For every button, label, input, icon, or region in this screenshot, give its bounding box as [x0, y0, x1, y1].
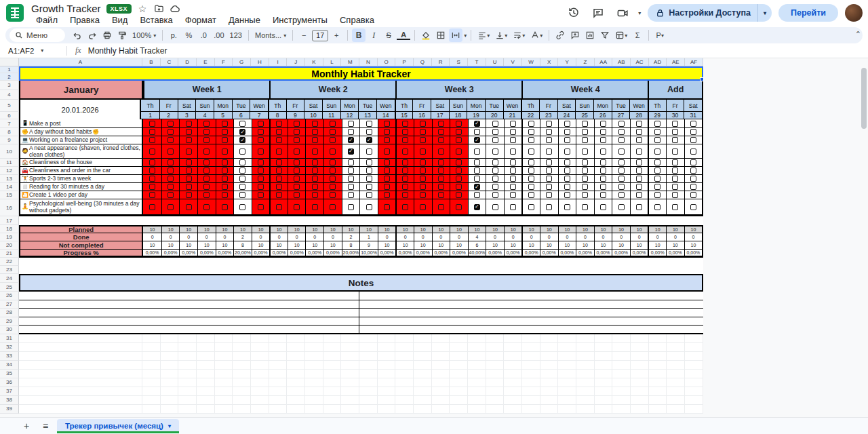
grid-cell[interactable] [540, 387, 559, 395]
checkbox-unchecked[interactable] [222, 176, 228, 182]
print-icon[interactable] [100, 28, 114, 42]
grid-cell[interactable] [142, 405, 161, 413]
checkbox-unchecked[interactable] [456, 184, 462, 190]
grid-cell[interactable] [215, 396, 233, 404]
habit-cell-d16[interactable] [414, 119, 432, 128]
habit-label-cell[interactable]: ✊A day without bad habits✊ [20, 128, 143, 136]
col-header-F[interactable]: F [215, 58, 233, 66]
row-header-35[interactable]: 35 [0, 370, 19, 378]
checkbox-checked[interactable]: ✓ [348, 149, 354, 155]
summary-cell-d27[interactable]: 0 [612, 233, 630, 241]
checkbox-unchecked[interactable] [330, 192, 336, 198]
grid-cell[interactable] [197, 343, 215, 351]
checkbox-unchecked[interactable] [348, 204, 354, 210]
checkbox-unchecked[interactable] [186, 204, 192, 210]
habit-cell-d30[interactable] [666, 119, 684, 128]
grid-cell[interactable] [178, 361, 197, 369]
habit-cell-d24[interactable] [558, 159, 576, 167]
checkbox-unchecked[interactable] [528, 159, 534, 165]
grid-cell[interactable] [269, 361, 288, 369]
habit-cell-d30[interactable] [666, 175, 684, 183]
summary-cell-d23[interactable]: 10 [540, 241, 558, 250]
checkbox-unchecked[interactable] [384, 176, 390, 182]
grid-cell[interactable] [595, 352, 613, 360]
checkbox-unchecked[interactable] [366, 159, 372, 165]
summary-cell-d30[interactable]: 10 [666, 241, 684, 250]
checkbox-unchecked[interactable] [312, 159, 318, 165]
checkbox-unchecked[interactable] [438, 192, 444, 198]
grid-cell[interactable] [359, 396, 378, 404]
habit-cell-d3[interactable] [179, 199, 197, 215]
habit-cell-d7[interactable] [252, 144, 270, 159]
checkbox-unchecked[interactable] [239, 167, 245, 174]
summary-cell-d28[interactable]: 10 [630, 241, 648, 250]
grid-cell[interactable] [142, 387, 161, 395]
grid-cell[interactable] [178, 387, 197, 395]
meet-caret-icon[interactable]: ▾ [638, 10, 641, 16]
habit-cell-d19[interactable] [468, 167, 486, 175]
checkbox-unchecked[interactable] [690, 176, 696, 182]
grid-cell[interactable] [305, 387, 323, 395]
habit-cell-d7[interactable] [252, 119, 270, 128]
grid-cell[interactable] [287, 343, 305, 351]
checkbox-unchecked[interactable] [186, 121, 192, 127]
summary-cell-d20[interactable]: 0 [486, 233, 504, 241]
summary-cell-d21[interactable]: 10 [504, 241, 522, 250]
habit-cell-d30[interactable] [666, 183, 684, 191]
habit-cell-d31[interactable] [684, 167, 703, 175]
name-box[interactable]: A1:AF2▾ [0, 47, 61, 55]
grid-cell[interactable] [486, 370, 505, 378]
grid-cell[interactable] [612, 361, 631, 369]
grid-cell[interactable] [197, 352, 215, 360]
summary-cell-d25[interactable]: 10 [576, 241, 594, 250]
checkbox-unchecked[interactable] [654, 137, 660, 143]
habit-cell-d22[interactable] [521, 119, 540, 128]
summary-cell-d27[interactable]: 10 [612, 241, 630, 250]
week-header-3[interactable]: Week 3 [395, 81, 521, 98]
grid-cell[interactable] [161, 361, 179, 369]
checkbox-unchecked[interactable] [348, 176, 354, 182]
checkbox-unchecked[interactable] [239, 204, 245, 210]
checkbox-unchecked[interactable] [474, 176, 480, 182]
grid-cell[interactable] [269, 370, 288, 378]
week-header-5[interactable]: Add [648, 81, 702, 98]
day-number-14[interactable]: 14 [376, 112, 395, 119]
habit-cell-d12[interactable] [342, 167, 360, 175]
checkbox-unchecked[interactable] [456, 149, 462, 155]
checkbox-unchecked[interactable] [149, 121, 155, 127]
checkbox-unchecked[interactable] [149, 159, 155, 165]
grid-cell[interactable] [667, 352, 685, 360]
habit-cell-d31[interactable] [684, 159, 703, 167]
checkbox-unchecked[interactable] [654, 204, 660, 210]
grid-cell[interactable] [667, 387, 685, 395]
summary-cell-d21[interactable]: 10 [504, 226, 522, 233]
checkbox-unchecked[interactable] [402, 167, 408, 174]
summary-cell-d13[interactable]: 9 [359, 241, 378, 250]
checkbox-unchecked[interactable] [654, 192, 660, 198]
habit-cell-d1[interactable] [143, 159, 161, 167]
habit-cell-d4[interactable] [197, 167, 216, 175]
habit-cell-d20[interactable] [486, 119, 504, 128]
checkbox-unchecked[interactable] [672, 137, 678, 143]
habit-cell-d15[interactable] [395, 183, 414, 191]
habit-cell-d14[interactable] [378, 183, 396, 191]
checkbox-unchecked[interactable] [294, 184, 300, 190]
grid-cell[interactable] [540, 352, 559, 360]
grid-cell[interactable] [142, 334, 161, 342]
week-header-1[interactable]: Week 1 [143, 81, 269, 98]
habit-cell-d29[interactable] [648, 191, 666, 199]
grid-cell[interactable] [649, 334, 667, 342]
grid-cell[interactable] [576, 396, 595, 404]
menu-item-1[interactable]: Правка [65, 14, 104, 26]
grid-cell[interactable] [612, 387, 631, 395]
grid-cell[interactable] [305, 343, 323, 351]
habit-cell-d2[interactable] [161, 183, 180, 191]
habit-cell-d27[interactable] [612, 119, 630, 128]
summary-cell-d4[interactable]: 10 [197, 241, 216, 250]
checkbox-unchecked[interactable] [366, 204, 372, 210]
col-header-H[interactable]: H [251, 58, 269, 66]
summary-cell-d20[interactable]: 10 [486, 226, 504, 233]
summary-cell-d2[interactable]: 10 [161, 226, 180, 233]
checkbox-unchecked[interactable] [690, 121, 696, 127]
grid-cell[interactable] [612, 405, 631, 413]
